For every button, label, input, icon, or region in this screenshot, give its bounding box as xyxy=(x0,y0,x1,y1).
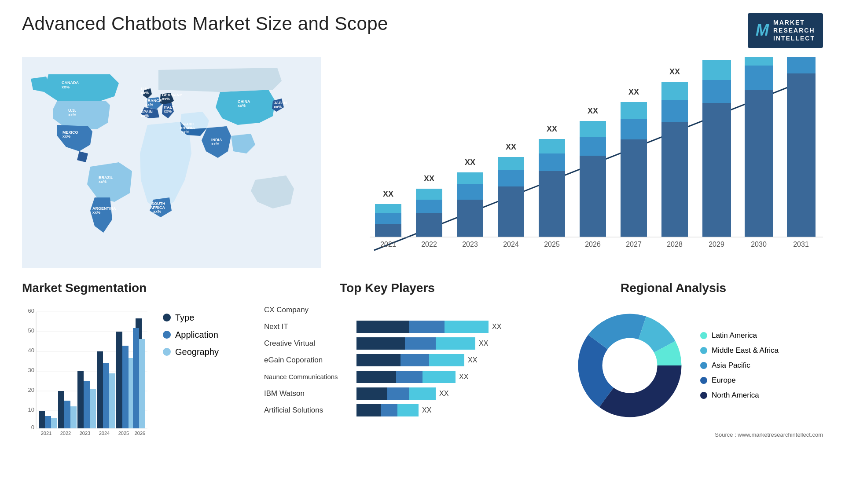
svg-text:XX: XX xyxy=(465,158,475,167)
svg-rect-71 xyxy=(51,418,57,428)
svg-rect-24 xyxy=(621,102,647,119)
reg-dot-mea xyxy=(700,347,707,354)
bottom-section: Market Segmentation 60 50 40 30 20 10 0 xyxy=(22,281,823,466)
svg-rect-19 xyxy=(580,137,606,156)
player-bar-ibm xyxy=(356,387,436,400)
label-canada-val: xx% xyxy=(62,85,70,89)
bar-2021-s1 xyxy=(375,224,401,237)
player-bar-wrap-ibm: XX xyxy=(356,387,511,400)
donut-chart xyxy=(568,304,691,427)
player-xx-artificial: XX xyxy=(422,406,431,414)
player-bar-creative xyxy=(356,337,475,350)
player-xx-egain: XX xyxy=(468,356,477,364)
segmentation-title: Market Segmentation xyxy=(22,281,251,295)
label-saudi-val: xx% xyxy=(181,130,189,134)
label-italy-val: xx% xyxy=(164,109,172,113)
player-bar-artificial xyxy=(356,404,419,416)
svg-rect-6 xyxy=(457,200,483,237)
reg-dot-europe xyxy=(700,377,707,384)
svg-rect-4 xyxy=(416,189,442,200)
player-bar-wrap-naunce: XX xyxy=(356,371,511,383)
source-text: Source : www.marketresearchintellect.com xyxy=(524,431,823,438)
page-container: Advanced Chatbots Market Size and Scope … xyxy=(0,0,845,504)
bar-seg1-creative xyxy=(356,337,405,350)
legend-dot-type xyxy=(163,314,171,321)
svg-text:30: 30 xyxy=(28,367,34,373)
label-mexico-val: xx% xyxy=(62,134,70,139)
bar-seg1-artificial xyxy=(356,404,381,416)
bar-2021-s3 xyxy=(375,204,401,213)
svg-rect-10 xyxy=(498,186,524,237)
reg-legend-mea: Middle East & Africa xyxy=(700,346,779,355)
svg-rect-20 xyxy=(580,121,606,137)
svg-text:XX: XX xyxy=(628,88,639,96)
svg-rect-26 xyxy=(661,122,688,237)
svg-rect-39 xyxy=(787,57,816,73)
logo-box: M MARKET RESEARCH INTELLECT xyxy=(748,13,823,48)
svg-text:2026: 2026 xyxy=(585,241,601,248)
page-title: Advanced Chatbots Market Size and Scope xyxy=(22,13,388,34)
legend-label-application: Application xyxy=(175,330,218,340)
legend-dot-geography xyxy=(163,348,171,356)
bar-seg3-nextit xyxy=(445,321,489,333)
svg-rect-12 xyxy=(498,157,524,170)
world-map-container: CANADA xx% U.S. xx% MEXICO xx% BRAZIL xx… xyxy=(22,57,321,268)
svg-rect-22 xyxy=(621,139,647,237)
logo-text: MARKET RESEARCH INTELLECT xyxy=(773,18,815,43)
players-title: Top Key Players xyxy=(264,281,511,295)
reg-legend-europe: Europe xyxy=(700,376,779,385)
svg-text:2022: 2022 xyxy=(421,241,437,248)
reg-label-northamerica: North America xyxy=(712,391,759,400)
svg-rect-11 xyxy=(498,170,524,186)
svg-rect-31 xyxy=(702,80,731,103)
svg-rect-18 xyxy=(580,156,606,237)
svg-rect-30 xyxy=(702,103,731,237)
label-japan-val: xx% xyxy=(274,105,282,109)
world-map-svg: CANADA xx% U.S. xx% MEXICO xx% BRAZIL xx… xyxy=(22,57,321,268)
svg-text:10: 10 xyxy=(28,406,34,413)
svg-text:XX: XX xyxy=(506,142,516,151)
player-row-naunce: Naunce Communications XX xyxy=(264,371,511,383)
svg-text:2027: 2027 xyxy=(626,241,642,248)
svg-text:20: 20 xyxy=(28,387,34,393)
label-brazil-val: xx% xyxy=(99,179,107,184)
reg-legend-asia: Asia Pacific xyxy=(700,361,779,370)
player-xx-naunce: XX xyxy=(459,373,468,381)
svg-text:2028: 2028 xyxy=(667,241,683,248)
bar-seg2-ibm xyxy=(387,387,409,400)
player-xx-creative: XX xyxy=(479,340,488,347)
player-name-ibm: IBM Watson xyxy=(264,389,352,398)
svg-rect-79 xyxy=(90,389,96,428)
player-row-ibm: IBM Watson XX xyxy=(264,387,511,400)
label-canada: CANADA xyxy=(62,80,79,85)
bar-seg3-ibm xyxy=(409,387,436,400)
reg-legend-northamerica: North America xyxy=(700,391,779,400)
svg-text:2021: 2021 xyxy=(380,241,396,248)
svg-text:2030: 2030 xyxy=(751,241,767,248)
svg-text:2026: 2026 xyxy=(135,431,145,436)
label-india-val: xx% xyxy=(211,142,219,146)
svg-text:XX: XX xyxy=(383,190,393,198)
regional-title: Regional Analysis xyxy=(524,281,823,295)
svg-text:2023: 2023 xyxy=(80,431,90,436)
svg-rect-77 xyxy=(77,371,84,428)
svg-text:60: 60 xyxy=(28,307,34,314)
svg-rect-85 xyxy=(116,332,122,428)
label-us: U.S. xyxy=(68,108,76,113)
logo-area: M MARKET RESEARCH INTELLECT xyxy=(748,13,823,48)
donut-center xyxy=(603,339,656,392)
player-row-cx: CX Company xyxy=(264,304,511,316)
player-name-creative: Creative Virtual xyxy=(264,339,352,348)
bar-seg3-artificial xyxy=(397,404,419,416)
svg-rect-90 xyxy=(133,328,139,428)
regional-wrap: Latin America Middle East & Africa Asia … xyxy=(524,304,823,427)
top-section: CANADA xx% U.S. xx% MEXICO xx% BRAZIL xx… xyxy=(22,57,823,268)
bar-seg3-creative xyxy=(436,337,475,350)
label-germany-val: xx% xyxy=(162,97,170,101)
players-list: CX Company Next IT XX xyxy=(264,304,511,416)
player-xx-nextit: XX xyxy=(492,323,501,331)
players-section: Top Key Players CX Company Next IT xyxy=(264,281,511,466)
growth-chart-svg: XX XX XX XX XX xyxy=(339,57,823,268)
svg-rect-78 xyxy=(84,381,90,428)
svg-rect-2 xyxy=(416,213,442,237)
